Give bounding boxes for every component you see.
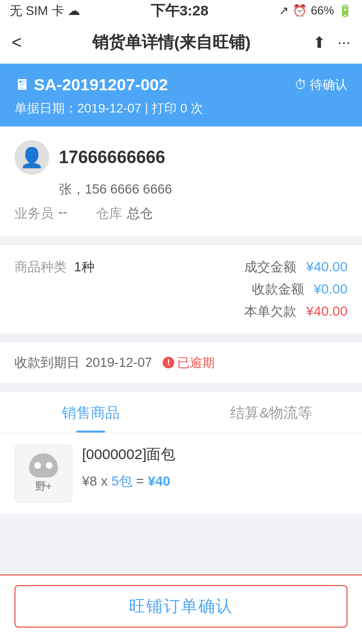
order-icon: 🖥 xyxy=(14,77,29,93)
tab-settlement-logistics[interactable]: 结算&物流等 xyxy=(181,392,362,433)
price-multiply: x xyxy=(101,474,108,489)
back-button[interactable]: < xyxy=(12,32,41,53)
bottom-bar: 旺铺订单确认 xyxy=(0,574,362,644)
status-left: 无 SIM 卡 ☁ xyxy=(10,2,80,19)
battery-status: 66% xyxy=(311,4,334,17)
overdue-warning-icon: ! xyxy=(163,357,174,368)
due-date-label: 收款到期日 xyxy=(14,354,80,371)
overdue-badge: ! 已逾期 xyxy=(163,354,215,371)
received-row: 收款金额 ¥0.00 xyxy=(252,280,348,298)
more-icon[interactable]: ··· xyxy=(337,33,350,51)
tab-sales-products[interactable]: 销售商品 xyxy=(0,392,181,433)
avatar: 👤 xyxy=(14,140,49,175)
warehouse-label: 仓库 xyxy=(96,205,122,222)
tabs: 销售商品 结算&物流等 xyxy=(0,392,362,433)
overdue-text: 已逾期 xyxy=(177,354,215,371)
owl-body xyxy=(29,453,58,477)
share-icon[interactable]: ⬆ xyxy=(313,33,326,52)
amounts-section: 成交金额 ¥40.00 收款金额 ¥0.00 本单欠款 ¥40.00 xyxy=(244,258,348,320)
order-header-top: 🖥 SA-20191207-002 ⏱ 待确认 xyxy=(14,75,348,94)
received-value: ¥0.00 xyxy=(314,281,348,297)
salesperson-value: -- xyxy=(58,205,67,222)
tabs-section: 销售商品 结算&物流等 xyxy=(0,392,362,433)
confirm-order-button[interactable]: 旺铺订单确认 xyxy=(14,585,348,628)
warehouse-item: 仓库 总仓 xyxy=(96,205,153,222)
status-time: 下午3:28 xyxy=(151,1,209,21)
customer-top: 👤 17666666666 xyxy=(14,140,348,175)
product-thumbnail: 野+ xyxy=(14,445,72,503)
price-qty: 5包 xyxy=(111,474,133,489)
product-name: [0000002]面包 xyxy=(82,445,348,464)
owl-eye-left xyxy=(34,462,41,469)
transaction-value: ¥40.00 xyxy=(306,259,348,275)
transaction-row: 成交金额 ¥40.00 xyxy=(244,258,348,276)
salesperson-label: 业务员 xyxy=(14,205,54,222)
product-section: 野+ [0000002]面包 ¥8 x 5包 = ¥40 xyxy=(0,433,362,514)
warehouse-value: 总仓 xyxy=(127,205,153,222)
product-types-label: 商品种类 xyxy=(14,260,67,274)
clock-icon: ⏱ xyxy=(294,77,307,92)
summary-section: 商品种类 1种 成交金额 ¥40.00 收款金额 ¥0.00 本单欠款 ¥40.… xyxy=(0,245,362,334)
battery-icon: 🔋 xyxy=(338,4,352,17)
customer-section: 👤 17666666666 张，156 6666 6666 业务员 -- 仓库 … xyxy=(0,126,362,236)
avatar-icon: 👤 xyxy=(20,146,44,169)
product-owl-logo: 野+ xyxy=(29,453,58,494)
customer-meta: 业务员 -- 仓库 总仓 xyxy=(14,205,348,222)
product-types-value: 1种 xyxy=(74,260,95,274)
owl-eyes xyxy=(34,462,53,469)
salesperson-item: 业务员 -- xyxy=(14,205,67,222)
order-header: 🖥 SA-20191207-002 ⏱ 待确认 单据日期：2019-12-07 … xyxy=(0,64,362,126)
price-total: ¥40 xyxy=(148,474,170,489)
owl-eye-right xyxy=(46,462,53,469)
transaction-label: 成交金额 xyxy=(244,258,296,276)
customer-phone: 17666666666 xyxy=(59,147,165,168)
status-text: 待确认 xyxy=(310,76,348,93)
product-brand-label: 野+ xyxy=(35,479,52,494)
order-date: 单据日期：2019-12-07 | 打印 0 次 xyxy=(14,100,348,117)
product-price: ¥8 x 5包 = ¥40 xyxy=(82,472,348,490)
nav-bar: < 销货单详情(来自旺铺) ⬆ ··· xyxy=(0,21,362,64)
status-bar: 无 SIM 卡 ☁ 下午3:28 ↗ ⏰ 66% 🔋 xyxy=(0,0,362,21)
due-row: 本单欠款 ¥40.00 xyxy=(244,303,348,320)
due-value: ¥40.00 xyxy=(306,304,348,319)
sim-status: 无 SIM 卡 ☁ xyxy=(10,2,80,19)
status-right: ↗ ⏰ 66% 🔋 xyxy=(279,4,352,17)
due-date-section: 收款到期日 2019-12-07 ! 已逾期 xyxy=(0,342,362,383)
product-info: [0000002]面包 ¥8 x 5包 = ¥40 xyxy=(82,445,348,490)
customer-name: 张，156 6666 6666 xyxy=(59,181,348,198)
summary-row: 商品种类 1种 成交金额 ¥40.00 收款金额 ¥0.00 本单欠款 ¥40.… xyxy=(14,258,348,320)
alarm-icon: ⏰ xyxy=(292,4,307,17)
received-label: 收款金额 xyxy=(252,280,304,298)
due-label: 本单欠款 xyxy=(244,303,296,320)
price-unit: ¥8 xyxy=(82,474,97,489)
order-id: 🖥 SA-20191207-002 xyxy=(14,75,168,94)
nav-actions: ⬆ ··· xyxy=(302,33,350,52)
navigation-icon: ↗ xyxy=(279,4,289,17)
page-title: 销货单详情(来自旺铺) xyxy=(41,31,302,54)
product-types: 商品种类 1种 xyxy=(14,258,95,276)
due-date-value: 2019-12-07 xyxy=(85,355,152,370)
order-status: ⏱ 待确认 xyxy=(294,76,348,93)
equals-sign: = xyxy=(136,474,144,489)
